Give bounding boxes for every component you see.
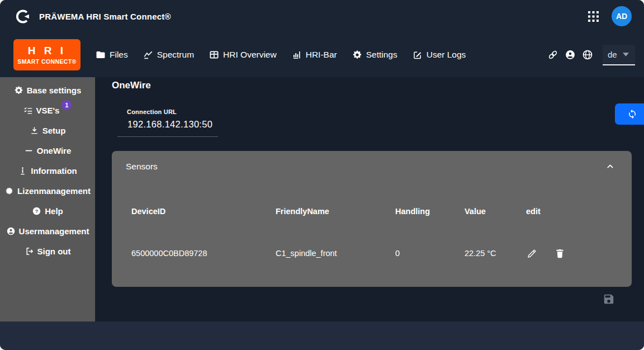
sidebar-item-usermanagement[interactable]: Usermanagement [0, 221, 95, 241]
download-icon [30, 126, 39, 135]
dash-icon [24, 146, 34, 155]
sidebar-item-base-settings[interactable]: Base settings [0, 80, 95, 100]
svg-text:?: ? [35, 208, 39, 214]
chart-line-icon [143, 50, 153, 60]
sign-out-icon [25, 247, 34, 256]
vse-count-badge: 1 [61, 100, 72, 110]
license-seal-icon [4, 186, 14, 196]
col-header-value: Value [465, 207, 526, 216]
cell-value: 22.25 °C [465, 249, 526, 258]
connection-url-field[interactable]: Connection URL 192.168.142.130:50 [117, 108, 218, 137]
sidebar-item-label: Sign out [37, 247, 71, 256]
language-value: de [608, 50, 617, 59]
page-title: OneWire [112, 80, 151, 91]
sidebar-item-sign-out[interactable]: Sign out [0, 241, 95, 261]
sidebar-item-lizenmanagement[interactable]: Lizenmanagement [0, 181, 95, 201]
col-header-edit: edit [526, 207, 612, 216]
cell-device-id: 6500000C0BD89728 [131, 249, 276, 258]
nav-item-label: HRI Overview [223, 50, 277, 60]
nav-item-label: HRI-Bar [306, 50, 337, 60]
bar-chart-icon [292, 50, 302, 60]
apps-grid-icon[interactable] [588, 11, 599, 22]
link-icon[interactable] [547, 49, 558, 60]
table-header-row: DeviceID FriendlyName Handling Value edi… [112, 207, 632, 216]
cell-friendly-name: C1_spindle_front [276, 249, 395, 258]
sidebar-item-label: Base settings [27, 86, 82, 95]
sensors-panel-title: Sensors [126, 162, 158, 172]
sidebar-item-vses[interactable]: VSE's 1 [0, 100, 95, 120]
gear-icon [352, 50, 362, 60]
nav-item-label: Files [110, 50, 128, 60]
trash-icon[interactable] [554, 248, 566, 259]
nav-item-label: User Logs [427, 50, 466, 60]
checklist-icon [23, 106, 33, 115]
sidebar-item-label: Lizenmanagement [17, 186, 91, 196]
user-circle-icon [6, 226, 16, 236]
hri-logo-line2: SMART CONNECT® [17, 58, 77, 65]
cell-handling: 0 [395, 249, 465, 258]
save-floppy-icon [603, 293, 615, 305]
sidebar-item-label: VSE's [36, 106, 60, 115]
nav-item-hri-overview[interactable]: HRI Overview [209, 50, 277, 60]
nav-item-settings[interactable]: Settings [352, 50, 397, 60]
nav-item-label: Spectrum [157, 50, 194, 60]
gear-icon [14, 86, 23, 95]
nav-item-files[interactable]: Files [96, 50, 128, 60]
sidebar-item-label: OneWire [37, 146, 72, 155]
app-title: PRÄWEMA HRI Smart Connect® [39, 12, 171, 21]
info-icon [18, 166, 27, 176]
connection-url-value[interactable]: 192.168.142.130:50 [117, 119, 218, 130]
hri-logo[interactable]: H R I SMART CONNECT® [13, 39, 80, 70]
hri-logo-line1: H R I [28, 45, 66, 58]
caret-down-icon [623, 53, 629, 56]
sidebar: Base settings VSE's 1 [0, 77, 95, 321]
refresh-icon [627, 109, 637, 119]
chevron-up-icon[interactable] [605, 162, 615, 171]
app-window: PRÄWEMA HRI Smart Connect® AD H R I SMAR… [0, 0, 644, 350]
footer-bar [0, 321, 644, 350]
nav-item-hri-bar[interactable]: HRI-Bar [292, 50, 337, 60]
sidebar-item-label: Help [45, 206, 63, 216]
connection-url-label: Connection URL [117, 108, 218, 115]
sidebar-item-help[interactable]: ? Help [0, 201, 95, 221]
sidebar-item-label: Setup [42, 126, 66, 135]
prawema-logo-icon [15, 9, 30, 24]
table-icon [209, 50, 219, 60]
sidebar-item-onewire[interactable]: OneWire [0, 140, 95, 160]
user-account-icon[interactable] [565, 49, 576, 60]
edit-pencil-icon[interactable] [526, 248, 538, 259]
language-select[interactable]: de [603, 45, 635, 65]
sidebar-item-label: Usermanagement [19, 226, 89, 236]
folder-icon [96, 50, 106, 60]
edit-square-icon [413, 50, 423, 60]
sidebar-item-label: Information [31, 166, 77, 176]
sidebar-item-setup[interactable]: Setup [0, 120, 95, 140]
sensors-panel: Sensors DeviceID FriendlyName Handling V… [112, 151, 632, 287]
nav-item-user-logs[interactable]: User Logs [413, 50, 466, 60]
refresh-button[interactable] [615, 103, 644, 125]
topbar: PRÄWEMA HRI Smart Connect® AD [0, 0, 644, 32]
table-row: 6500000C0BD89728 C1_spindle_front 0 22.2… [112, 239, 632, 267]
nav-item-spectrum[interactable]: Spectrum [143, 50, 194, 60]
sidebar-item-information[interactable]: Information [0, 160, 95, 181]
globe-icon[interactable] [582, 49, 593, 60]
col-header-handling: Handling [395, 207, 465, 216]
col-header-friendlyname: FriendlyName [276, 207, 395, 216]
main-content: OneWire Connection URL 192.168.142.130:5… [95, 77, 644, 321]
navbar: H R I SMART CONNECT® Files Spectrum [0, 32, 644, 77]
save-button[interactable] [603, 293, 615, 305]
help-circle-icon: ? [32, 206, 41, 216]
avatar[interactable]: AD [612, 6, 632, 26]
col-header-deviceid: DeviceID [131, 207, 276, 216]
nav-item-label: Settings [366, 50, 397, 60]
